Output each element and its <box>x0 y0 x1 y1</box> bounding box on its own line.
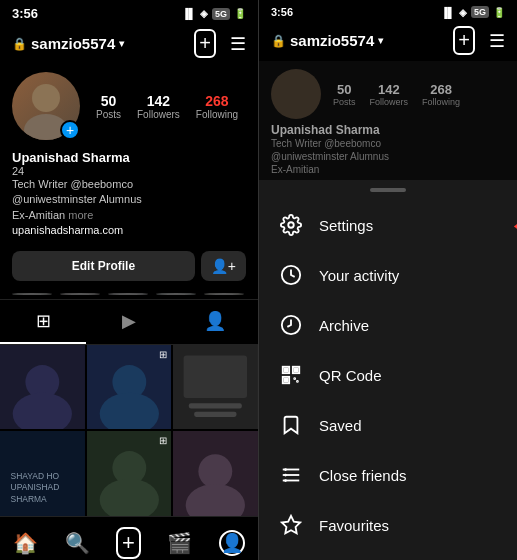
signal-icon: ▐▌ <box>182 8 196 19</box>
right-bio-3: Ex-Amitian <box>271 164 319 175</box>
profile-stats: 50 Posts 142 Followers 268 Following <box>96 93 238 120</box>
tabs-row: ⊞ ▶ 👤 <box>0 299 258 345</box>
tab-tagged[interactable]: 👤 <box>172 300 258 344</box>
menu-item-close-friends[interactable]: Close friends <box>259 450 517 500</box>
posts-stat: 50 Posts <box>96 93 121 120</box>
add-profile-pic-button[interactable]: + <box>60 120 80 140</box>
bio-line2: @uniwestminster Alumnus <box>12 193 142 205</box>
close-friends-label: Close friends <box>319 467 407 484</box>
followers-count: 142 <box>147 93 170 109</box>
right-following-count: 268 <box>430 82 452 97</box>
discover-people-button[interactable]: 👤+ <box>201 251 246 281</box>
qr-code-label: QR Code <box>319 367 382 384</box>
right-profile-name: Upanishad Sharma <box>271 123 505 137</box>
right-top-nav: 🔒 samzio5574 ▾ + ☰ <box>259 22 517 61</box>
edit-profile-button[interactable]: Edit Profile <box>12 251 195 281</box>
tab-reels[interactable]: ▶ <box>86 300 172 344</box>
hamburger-icon[interactable]: ☰ <box>230 33 246 55</box>
photo-cell[interactable] <box>173 345 258 430</box>
bio-more[interactable]: more <box>65 209 93 221</box>
following-stat: 268 Following <box>196 93 238 120</box>
wifi-icon: ◈ <box>200 8 208 19</box>
nav-profile-icon[interactable]: 👤 <box>219 530 245 556</box>
photo-cell[interactable] <box>87 431 172 516</box>
right-bio-1: Tech Writer @beebomco <box>271 138 381 149</box>
menu-item-saved[interactable]: Saved <box>259 400 517 450</box>
svg-text:SHARMA: SHARMA <box>11 494 48 504</box>
right-username-label: samzio5574 <box>290 32 374 49</box>
profile-section: + 50 Posts 142 Followers 268 Following <box>0 64 258 148</box>
chevron-down-icon: ▾ <box>119 38 124 49</box>
svg-marker-46 <box>282 516 300 533</box>
svg-rect-28 <box>285 369 288 372</box>
nav-home-icon[interactable]: 🏠 <box>13 531 38 555</box>
photo-cell[interactable] <box>173 431 258 516</box>
archive-label: Archive <box>319 317 369 334</box>
svg-rect-9 <box>184 355 247 397</box>
tab-grid[interactable]: ⊞ <box>0 300 86 344</box>
posts-count: 50 <box>101 93 117 109</box>
photo-cell[interactable] <box>87 345 172 430</box>
left-time: 3:56 <box>12 6 38 21</box>
drag-handle-bar <box>370 188 406 192</box>
right-time: 3:56 <box>271 6 293 18</box>
photo-cell[interactable] <box>0 345 85 430</box>
following-count: 268 <box>205 93 228 109</box>
bottom-nav: 🏠 🔍 + 🎬 👤 <box>0 516 258 560</box>
svg-point-20 <box>199 455 233 489</box>
bio-website[interactable]: upanishadsharma.com <box>12 224 123 236</box>
svg-point-39 <box>297 381 298 382</box>
username-label: samzio5574 <box>31 35 115 52</box>
settings-label: Settings <box>319 217 373 234</box>
menu-item-archive[interactable]: Archive <box>259 300 517 350</box>
bio-line1: Tech Writer @beebomco <box>12 178 133 190</box>
menu-item-settings[interactable]: Settings ← <box>259 200 517 250</box>
svg-point-43 <box>284 468 287 471</box>
right-bio-2: @uniwestminster Alumnus <box>271 151 389 162</box>
right-profile-stats: 50Posts 142Followers 268Following <box>333 82 460 107</box>
svg-rect-30 <box>285 379 288 382</box>
new-post-icon[interactable]: + <box>194 29 216 58</box>
svg-point-44 <box>284 474 287 477</box>
svg-text:SHAYAD HO: SHAYAD HO <box>11 471 60 481</box>
photo-grid: SHAYAD HOUPANISHADSHARMA <box>0 345 258 516</box>
right-avatar <box>271 69 321 119</box>
svg-point-45 <box>284 479 287 482</box>
nav-icons: + ☰ <box>194 29 246 58</box>
favourites-label: Favourites <box>319 517 389 534</box>
nav-search-icon[interactable]: 🔍 <box>65 531 90 555</box>
nav-reels-icon[interactable]: 🎬 <box>167 531 192 555</box>
right-profile-bio: Tech Writer @beebomco @uniwestminster Al… <box>271 137 505 176</box>
svg-point-38 <box>294 378 295 379</box>
photo-cell[interactable]: SHAYAD HOUPANISHADSHARMA <box>0 431 85 516</box>
svg-rect-11 <box>194 411 236 416</box>
menu-item-your-activity[interactable]: Your activity <box>259 250 517 300</box>
stories-row: We made it... It's over now... oof Snow/… <box>0 287 258 299</box>
svg-rect-29 <box>295 369 298 372</box>
saved-icon <box>279 413 303 437</box>
username-area[interactable]: 🔒 samzio5574 ▾ <box>12 35 124 52</box>
right-network-icon: 5G <box>471 6 489 18</box>
favourites-icon <box>279 513 303 537</box>
left-status-icons: ▐▌ ◈ 5G 🔋 <box>182 8 246 20</box>
right-new-post-icon[interactable]: + <box>453 26 475 55</box>
bio-line3: Ex-Amitian <box>12 209 65 221</box>
right-chevron-icon: ▾ <box>378 35 383 46</box>
settings-icon <box>279 213 303 237</box>
right-nav-icons: + ☰ <box>453 26 505 55</box>
left-panel: 3:56 ▐▌ ◈ 5G 🔋 🔒 samzio5574 ▾ + ☰ <box>0 0 258 560</box>
posts-label: Posts <box>96 109 121 120</box>
right-hamburger-icon[interactable]: ☰ <box>489 30 505 52</box>
menu-item-favourites[interactable]: Favourites <box>259 500 517 550</box>
menu-item-qr-code[interactable]: QR Code <box>259 350 517 400</box>
nav-add-icon[interactable]: + <box>116 527 141 559</box>
svg-point-0 <box>32 84 60 112</box>
right-status-bar: 3:56 ▐▌ ◈ 5G 🔋 <box>259 0 517 22</box>
menu-item-covid[interactable]: COVID-19 Information Centre <box>259 550 517 560</box>
right-username-area[interactable]: 🔒 samzio5574 ▾ <box>271 32 383 49</box>
saved-label: Saved <box>319 417 362 434</box>
right-battery-icon: 🔋 <box>493 7 505 18</box>
right-followers-count: 142 <box>378 82 400 97</box>
right-panel: 3:56 ▐▌ ◈ 5G 🔋 🔒 samzio5574 ▾ + ☰ 50Post… <box>258 0 517 560</box>
network-icon: 5G <box>212 8 230 20</box>
